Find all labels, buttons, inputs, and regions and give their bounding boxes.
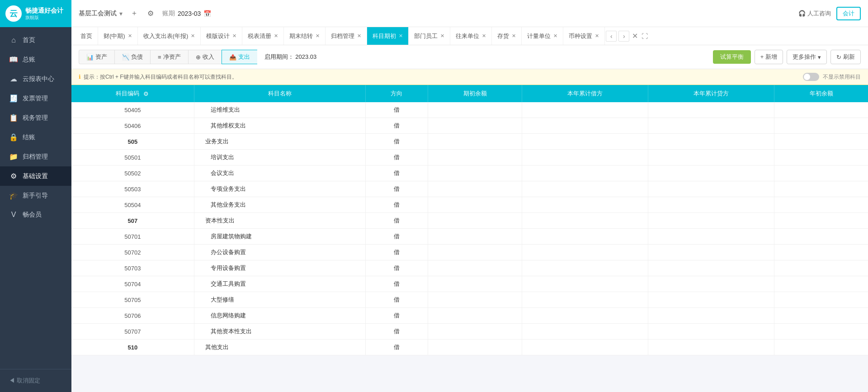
table-row[interactable]: 50503 专项业务支出 借 <box>71 181 868 197</box>
tab-close-icon[interactable]: ✕ <box>191 33 195 39</box>
table-row[interactable]: 50701 房屋建筑物购建 借 <box>71 229 868 245</box>
refresh-btn[interactable]: ↻ 刷新 <box>830 50 861 64</box>
add-btn[interactable]: + 新增 <box>755 50 783 64</box>
filter-tab-label: 负债 <box>131 53 143 61</box>
tab-----[interactable]: 模版设计✕ <box>201 27 242 45</box>
tab-----[interactable]: 币种设置✕ <box>563 27 605 45</box>
tab---[interactable]: 存货✕ <box>492 27 522 45</box>
disabled-toggle[interactable] <box>803 73 819 81</box>
sidebar-item-member[interactable]: V 畅会员 <box>0 205 71 224</box>
cell-name: 专项业务支出 <box>194 181 365 197</box>
tab-----[interactable]: 期末结转✕ <box>284 27 326 45</box>
table-row[interactable]: 50707 其他资本性支出 借 <box>71 324 868 340</box>
sidebar-label-archive: 归档管理 <box>23 153 48 161</box>
cell-year-start <box>774 245 868 260</box>
sidebar-item-settings[interactable]: ⚙ 基础设置 <box>0 166 71 186</box>
column-settings-icon[interactable]: ⚙ <box>142 90 150 98</box>
sidebar-item-invoice[interactable]: 🧾 发票管理 <box>0 89 71 108</box>
sidebar-item-guide[interactable]: 🎓 新手引导 <box>0 186 71 205</box>
tab-scroll-right[interactable]: › <box>618 31 629 42</box>
tab-close-icon[interactable]: ✕ <box>553 33 557 39</box>
tab------[interactable]: 财(中期)✕ <box>98 27 138 45</box>
tab-close-icon[interactable]: ✕ <box>128 33 132 39</box>
tab-close-icon[interactable]: ✕ <box>232 33 236 39</box>
filter-tab-负债[interactable]: 📉 负债 <box>114 50 150 64</box>
table-row[interactable]: 50706 信息网络购建 借 <box>71 308 868 324</box>
cell-opening <box>428 181 522 197</box>
cell-opening <box>428 197 522 213</box>
table-row[interactable]: 507 资本性支出 借 <box>71 213 868 229</box>
tab-----[interactable]: 计量单位✕ <box>522 27 563 45</box>
tab-----[interactable]: 税表清册✕ <box>242 27 284 45</box>
cell-ytd-debit <box>522 150 648 165</box>
tab-scroll-left[interactable]: ‹ <box>606 31 617 42</box>
tab-close-icon[interactable]: ✕ <box>357 33 361 39</box>
tab-----[interactable]: 往来单位✕ <box>450 27 492 45</box>
sidebar-item-reports[interactable]: ☁ 云报表中心 <box>0 69 71 89</box>
settings-btn[interactable]: ⚙ <box>144 7 157 20</box>
table-row[interactable]: 50504 其他业务支出 借 <box>71 197 868 213</box>
add-company-btn[interactable]: ＋ <box>128 7 141 20</box>
table-row[interactable]: 505 业务支出 借 <box>71 134 868 150</box>
tab----------[interactable]: 收入支出表(年报)✕ <box>138 27 201 45</box>
table-row[interactable]: 50702 办公设备购置 借 <box>71 245 868 260</box>
tab-close-icon[interactable]: ✕ <box>595 33 599 39</box>
col-ytd-credit: 本年累计贷方 <box>648 85 774 102</box>
cell-direction: 借 <box>365 260 428 276</box>
close-all-tabs-btn[interactable]: ✕ <box>630 32 640 40</box>
table-row[interactable]: 50705 大型修缮 借 <box>71 292 868 308</box>
tab-close-icon[interactable]: ✕ <box>399 33 403 39</box>
sidebar-icon-settings: ⚙ <box>9 172 18 180</box>
tab-label: 归档管理 <box>331 32 354 40</box>
sidebar-icon-archive: 📁 <box>9 152 18 161</box>
cell-ytd-credit <box>648 245 774 260</box>
table-row[interactable]: 50405 运维维支出 借 <box>71 102 868 118</box>
filter-tab-icon-2: ≡ <box>158 54 161 61</box>
table-wrap[interactable]: 科目编码 ⚙ 科目名称 方向 期初余额 本年累计借方 本年累计贷方 年初余额 5… <box>71 85 868 392</box>
balance-btn[interactable]: 试算平衡 <box>713 50 751 64</box>
sidebar-collapse-btn[interactable]: ◀ 取消固定 <box>0 369 71 392</box>
more-btn[interactable]: 更多操作 ▾ <box>787 50 827 64</box>
table-row[interactable]: 510 其他支出 借 <box>71 340 868 355</box>
table-row[interactable]: 50502 会议支出 借 <box>71 165 868 181</box>
cell-name: 大型修缮 <box>194 292 365 308</box>
cell-year-start <box>774 165 868 181</box>
tab-close-icon[interactable]: ✕ <box>482 33 486 39</box>
account-btn[interactable]: 会计 <box>836 7 861 20</box>
cell-name: 其他资本性支出 <box>194 324 365 340</box>
filter-tab-资产[interactable]: 📊 资产 <box>79 50 114 64</box>
table-row[interactable]: 50501 培训支出 借 <box>71 150 868 165</box>
cell-ytd-credit <box>648 324 774 340</box>
sidebar-item-home[interactable]: ⌂ 首页 <box>0 31 71 50</box>
fullscreen-btn[interactable]: ⛶ <box>640 33 650 40</box>
tab---[interactable]: 首页 <box>75 27 98 45</box>
tab-close-icon[interactable]: ✕ <box>274 33 278 39</box>
sidebar-item-ledger[interactable]: 📖 总账 <box>0 50 71 69</box>
tab-close-icon[interactable]: ✕ <box>512 33 516 39</box>
filter-tab-收入[interactable]: ⊕ 收入 <box>188 50 222 64</box>
filter-tab-净资产[interactable]: ≡ 净资产 <box>150 50 188 64</box>
tab-close-icon[interactable]: ✕ <box>316 33 320 39</box>
cell-opening <box>428 340 522 355</box>
company-selector[interactable]: 基层工会测试 ▾ <box>79 9 123 18</box>
sidebar-item-archive[interactable]: 📁 归档管理 <box>0 147 71 166</box>
cell-code: 50503 <box>71 181 194 197</box>
tab-close-icon[interactable]: ✕ <box>440 33 444 39</box>
tab-----[interactable]: 归档管理✕ <box>326 27 367 45</box>
sidebar-label-member: 畅会员 <box>23 211 42 219</box>
cell-direction: 借 <box>365 229 428 245</box>
calendar-icon[interactable]: 📅 <box>203 10 211 17</box>
sidebar-item-tax[interactable]: 📋 税务管理 <box>0 108 71 128</box>
table-row[interactable]: 50703 专用设备购置 借 <box>71 260 868 276</box>
sidebar-item-closing[interactable]: 🔒 结账 <box>0 128 71 147</box>
table-row[interactable]: 50704 交通工具购置 借 <box>71 276 868 292</box>
consult-btn[interactable]: 🎧 人工咨询 <box>798 9 831 18</box>
col-opening: 期初余额 <box>428 85 522 102</box>
cell-ytd-debit <box>522 260 648 276</box>
tab-----[interactable]: 科目期初✕ <box>367 27 409 45</box>
table-row[interactable]: 50406 其他维权支出 借 <box>71 118 868 134</box>
filter-tab-支出[interactable]: 📤 支出 <box>222 50 257 64</box>
tab-----[interactable]: 部门员工✕ <box>409 27 450 45</box>
cell-opening <box>428 150 522 165</box>
cell-ytd-credit <box>648 118 774 134</box>
